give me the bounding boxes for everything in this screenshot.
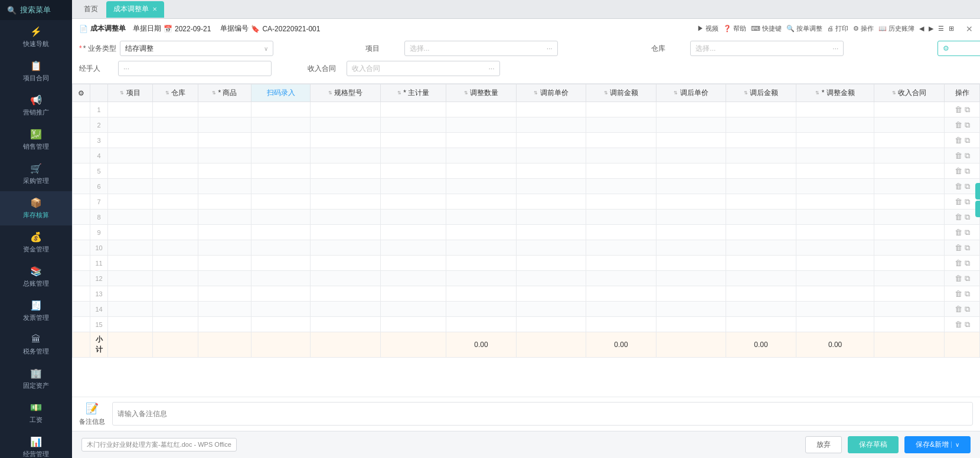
delete-icon-7[interactable]: 🗑 <box>955 197 962 206</box>
td-adjust-amount-12[interactable] <box>796 271 874 286</box>
td-post-amount-9[interactable] <box>726 225 796 240</box>
delete-icon-8[interactable]: 🗑 <box>955 212 962 221</box>
delete-icon-12[interactable]: 🗑 <box>955 274 962 283</box>
td-pre-amount-7[interactable] <box>586 194 656 210</box>
td-product-4[interactable] <box>198 148 251 163</box>
td-ops-6[interactable]: 🗑⧉ <box>945 179 980 194</box>
td-post-unit-price-2[interactable] <box>656 117 726 133</box>
td-post-unit-price-6[interactable] <box>656 179 726 194</box>
sidebar-item-invoice-mgmt[interactable]: 🧾 发票管理 <box>0 294 72 328</box>
copy-icon-4[interactable]: ⧉ <box>965 151 970 161</box>
td-unit-4[interactable] <box>380 148 446 163</box>
td-product-12[interactable] <box>198 271 251 286</box>
delete-icon-6[interactable]: 🗑 <box>955 182 962 191</box>
td-adjust-amount-10[interactable] <box>796 240 874 256</box>
delete-icon-5[interactable]: 🗑 <box>955 166 962 175</box>
copy-icon-9[interactable]: ⧉ <box>965 228 970 237</box>
td-adjust-qty-10[interactable] <box>446 240 517 256</box>
td-warehouse-11[interactable] <box>153 256 198 271</box>
td-pre-unit-price-11[interactable] <box>516 256 586 271</box>
sidebar-item-inventory-calc[interactable]: 📦 库存核算 <box>0 191 72 225</box>
td-ops-7[interactable]: 🗑⧉ <box>945 194 980 210</box>
td-pre-unit-price-15[interactable] <box>516 317 586 332</box>
td-project-15[interactable] <box>108 317 153 332</box>
td-spec-10[interactable] <box>311 240 381 256</box>
td-project-14[interactable] <box>108 302 153 317</box>
delete-icon-14[interactable]: 🗑 <box>955 305 962 313</box>
copy-icon-5[interactable]: ⧉ <box>965 166 970 176</box>
td-project-2[interactable] <box>108 117 153 133</box>
td-scan-input-3[interactable] <box>251 133 310 148</box>
td-unit-11[interactable] <box>380 256 446 271</box>
td-project-5[interactable] <box>108 163 153 179</box>
delete-icon-10[interactable]: 🗑 <box>955 243 962 252</box>
copy-icon-7[interactable]: ⧉ <box>965 197 970 207</box>
td-adjust-qty-8[interactable] <box>446 210 517 225</box>
td-pre-amount-2[interactable] <box>586 117 656 133</box>
td-project-13[interactable] <box>108 286 153 302</box>
td-scan-input-6[interactable] <box>251 179 310 194</box>
td-project-6[interactable] <box>108 179 153 194</box>
td-adjust-qty-14[interactable] <box>446 302 517 317</box>
sidebar-item-sales-promotion[interactable]: 📢 营销推广 <box>0 89 72 123</box>
td-post-unit-price-5[interactable] <box>656 163 726 179</box>
td-post-unit-price-4[interactable] <box>656 148 726 163</box>
td-warehouse-10[interactable] <box>153 240 198 256</box>
td-adjust-amount-4[interactable] <box>796 148 874 163</box>
td-income-contract-4[interactable] <box>874 148 945 163</box>
warehouse-input[interactable]: 选择... ··· <box>690 41 844 56</box>
td-project-1[interactable] <box>108 102 153 117</box>
td-adjust-qty-11[interactable] <box>446 256 517 271</box>
th-ops[interactable]: 操作 <box>945 84 980 102</box>
discard-button[interactable]: 放弃 <box>805 436 842 453</box>
td-spec-13[interactable] <box>311 286 381 302</box>
delete-icon-1[interactable]: 🗑 <box>955 105 962 114</box>
td-ops-1[interactable]: 🗑⧉ <box>945 102 980 117</box>
td-spec-4[interactable] <box>311 148 381 163</box>
td-spec-15[interactable] <box>311 317 381 332</box>
td-adjust-amount-15[interactable] <box>796 317 874 332</box>
td-warehouse-8[interactable] <box>153 210 198 225</box>
td-post-unit-price-13[interactable] <box>656 286 726 302</box>
handler-input[interactable]: ··· <box>118 61 272 76</box>
td-post-unit-price-14[interactable] <box>656 302 726 317</box>
td-income-contract-8[interactable] <box>874 210 945 225</box>
td-spec-14[interactable] <box>311 302 381 317</box>
td-ops-5[interactable]: 🗑⧉ <box>945 163 980 179</box>
td-pre-unit-price-6[interactable] <box>516 179 586 194</box>
copy-icon-15[interactable]: ⧉ <box>965 320 970 329</box>
td-adjust-qty-4[interactable] <box>446 148 517 163</box>
td-warehouse-13[interactable] <box>153 286 198 302</box>
copy-icon-14[interactable]: ⧉ <box>965 305 970 314</box>
td-unit-5[interactable] <box>380 163 446 179</box>
save-draft-button[interactable]: 保存草稿 <box>848 436 899 453</box>
td-spec-12[interactable] <box>311 271 381 286</box>
td-pre-unit-price-14[interactable] <box>516 302 586 317</box>
td-scan-input-14[interactable] <box>251 302 310 317</box>
td-adjust-qty-13[interactable] <box>446 286 517 302</box>
td-post-unit-price-9[interactable] <box>656 225 726 240</box>
td-adjust-qty-12[interactable] <box>446 271 517 286</box>
td-ops-15[interactable]: 🗑⧉ <box>945 317 980 332</box>
td-spec-9[interactable] <box>311 225 381 240</box>
delete-icon-3[interactable]: 🗑 <box>955 136 962 145</box>
td-pre-unit-price-13[interactable] <box>516 286 586 302</box>
td-product-14[interactable] <box>198 302 251 317</box>
td-product-5[interactable] <box>198 163 251 179</box>
copy-icon-6[interactable]: ⧉ <box>965 182 970 191</box>
sidebar-item-capital-mgmt[interactable]: 💰 资金管理 <box>0 225 72 260</box>
td-unit-6[interactable] <box>380 179 446 194</box>
td-post-amount-14[interactable] <box>726 302 796 317</box>
td-scan-input-8[interactable] <box>251 210 310 225</box>
toolbar-prev[interactable]: ◀ <box>919 25 924 32</box>
td-pre-unit-price-1[interactable] <box>516 102 586 117</box>
toolbar-layout2[interactable]: ⊞ <box>949 25 954 32</box>
td-pre-unit-price-3[interactable] <box>516 133 586 148</box>
sidebar-item-fixed-assets[interactable]: 🏢 固定资产 <box>0 362 72 396</box>
td-post-unit-price-10[interactable] <box>656 240 726 256</box>
td-unit-1[interactable] <box>380 102 446 117</box>
td-scan-input-13[interactable] <box>251 286 310 302</box>
td-adjust-amount-6[interactable] <box>796 179 874 194</box>
sidebar-search[interactable]: 🔍 搜索菜单 <box>0 0 72 20</box>
td-scan-input-15[interactable] <box>251 317 310 332</box>
